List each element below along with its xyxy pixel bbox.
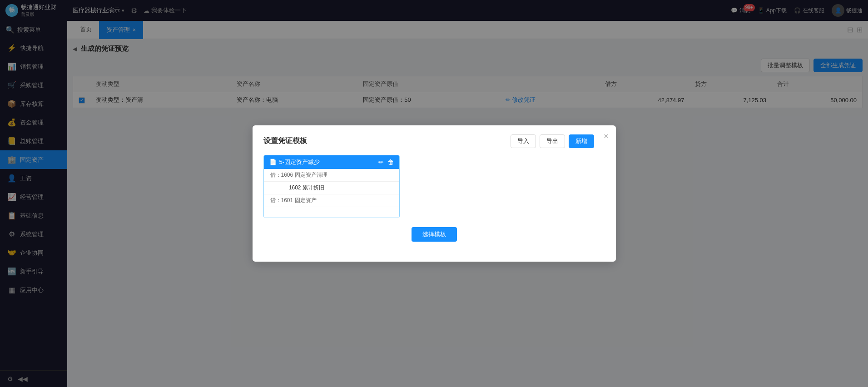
- modal-close-button[interactable]: ×: [604, 132, 609, 141]
- debit-value-2: [371, 181, 385, 194]
- modal-overlay[interactable]: × 设置凭证模板 导入 导出 新增 📄 5-固定资产减少 ✏ 🗑: [0, 0, 868, 387]
- template-row-empty: [264, 207, 399, 218]
- credit-label-1: 贷：1601 固定资产: [264, 194, 371, 207]
- template-body: 借：1606 固定资产清理 1602 累计折旧 贷：1601 固定资产: [264, 169, 399, 218]
- template-card: 📄 5-固定资产减少 ✏ 🗑 借：1606 固定资产清理: [263, 155, 400, 218]
- template-doc-icon: 📄: [269, 159, 277, 165]
- select-template-button[interactable]: 选择模板: [412, 227, 457, 242]
- empty-row-1: [264, 207, 371, 218]
- template-header-actions: ✏ 🗑: [378, 159, 394, 166]
- template-delete-icon[interactable]: 🗑: [387, 159, 394, 166]
- template-name: 5-固定资产减少: [279, 158, 320, 166]
- debit-value-1: [371, 169, 385, 182]
- debit-empty-2: [385, 181, 399, 194]
- template-table: 借：1606 固定资产清理 1602 累计折旧 贷：1601 固定资产: [264, 169, 399, 218]
- template-row-1: 借：1606 固定资产清理: [264, 169, 399, 182]
- template-row-2: 1602 累计折旧: [264, 181, 399, 194]
- debit-label-1: 借：1606 固定资产清理: [264, 169, 371, 182]
- template-header: 📄 5-固定资产减少 ✏ 🗑: [264, 155, 399, 169]
- template-edit-icon[interactable]: ✏: [378, 159, 384, 166]
- template-row-3: 贷：1601 固定资产: [264, 194, 399, 207]
- empty-row-2: [371, 207, 385, 218]
- import-button[interactable]: 导入: [511, 134, 536, 148]
- modal: × 设置凭证模板 导入 导出 新增 📄 5-固定资产减少 ✏ 🗑: [253, 125, 616, 262]
- credit-value-1: [371, 194, 385, 207]
- template-header-left: 📄 5-固定资产减少: [269, 158, 320, 166]
- new-template-button[interactable]: 新增: [569, 134, 594, 148]
- debit-empty-1: [385, 169, 399, 182]
- empty-row-3: [385, 207, 399, 218]
- export-button[interactable]: 导出: [540, 134, 565, 148]
- credit-empty-1: [385, 194, 399, 207]
- debit-label-2: 1602 累计折旧: [264, 181, 371, 194]
- modal-toolbar: 导入 导出 新增: [511, 134, 594, 148]
